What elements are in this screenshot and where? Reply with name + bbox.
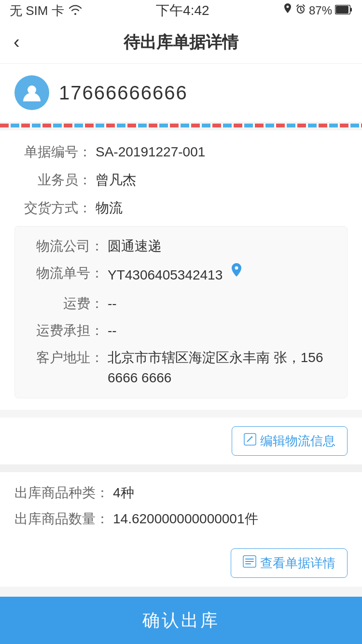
avatar <box>14 75 49 110</box>
freight-label: 运费： <box>27 294 104 314</box>
section-divider <box>0 464 362 472</box>
goods-section: 出库商品种类： 4种 出库商品数量： 14.620000000000001件 <box>0 472 362 540</box>
address-row: 客户地址： 北京市市辖区海淀区永丰南 张，156 6666 6666 <box>27 348 335 388</box>
logistics-company-row: 物流公司： 圆通速递 <box>27 236 335 256</box>
status-left: 无 SIM 卡 <box>10 2 83 19</box>
user-header: 17666666666 <box>0 64 362 122</box>
edit-logistics-section: 编辑物流信息 <box>0 418 362 464</box>
confirm-bar[interactable]: 确认出库 <box>0 597 362 644</box>
alarm-icon <box>295 3 306 18</box>
address-label: 客户地址： <box>27 348 104 368</box>
goods-quantity-value: 14.620000000000001件 <box>113 510 258 528</box>
confirm-button-label: 确认出库 <box>142 609 220 632</box>
nav-bar: ‹ 待出库单据详情 <box>0 21 362 64</box>
page-title: 待出库单据详情 <box>124 31 238 54</box>
tracking-number-label: 物流单号： <box>27 263 104 283</box>
status-bar: 无 SIM 卡 下午4:42 87% <box>0 0 362 21</box>
dashed-separator <box>0 124 362 127</box>
edit-icon <box>244 433 256 449</box>
svg-rect-3 <box>336 6 348 14</box>
battery-icon <box>335 4 352 17</box>
tracking-number-value: YT43064053424​13 <box>108 263 335 287</box>
battery-text: 87% <box>309 4 332 17</box>
svg-rect-2 <box>350 8 352 12</box>
logistics-card: 物流公司： 圆通速递 物流单号： YT43064053424​13 运费： --… <box>14 226 348 398</box>
view-details-label: 查看单据详情 <box>260 555 335 572</box>
goods-quantity-row: 出库商品数量： 14.620000000000001件 <box>14 510 348 528</box>
freight-value: -- <box>108 294 335 314</box>
edit-logistics-label: 编辑物流信息 <box>260 433 335 449</box>
logistics-company-value: 圆通速递 <box>108 236 335 256</box>
view-details-button[interactable]: 查看单据详情 <box>231 548 348 578</box>
goods-types-row: 出库商品种类： 4种 <box>14 484 348 502</box>
freight-bearer-row: 运费承担： -- <box>27 321 335 341</box>
freight-bearer-value: -- <box>108 321 335 341</box>
salesperson-value: 曾凡杰 <box>96 170 348 190</box>
wifi-icon <box>68 3 83 18</box>
view-details-section: 查看单据详情 <box>0 540 362 587</box>
freight-bearer-label: 运费承担： <box>27 321 104 341</box>
delivery-method-label: 交货方式： <box>14 198 92 218</box>
address-value: 北京市市辖区海淀区永丰南 张，156 6666 6666 <box>108 348 335 388</box>
goods-quantity-label: 出库商品数量： <box>14 510 109 528</box>
view-details-icon <box>243 555 256 571</box>
status-time: 下午4:42 <box>156 1 209 20</box>
goods-types-label: 出库商品种类： <box>14 484 109 502</box>
location-status-icon <box>283 3 292 18</box>
order-number-row: 单据编号： SA-20191227-001 <box>14 142 348 162</box>
salesperson-label: 业务员： <box>14 170 92 190</box>
tracking-number-row: 物流单号： YT43064053424​13 <box>27 263 335 287</box>
tracking-location-icon[interactable] <box>229 263 244 287</box>
carrier-text: 无 SIM 卡 <box>10 2 64 19</box>
order-number-label: 单据编号： <box>14 142 92 162</box>
edit-logistics-button[interactable]: 编辑物流信息 <box>232 426 348 456</box>
order-info-section: 单据编号： SA-20191227-001 业务员： 曾凡杰 交货方式： 物流 … <box>0 130 362 410</box>
user-phone: 17666666666 <box>59 82 188 104</box>
salesperson-row: 业务员： 曾凡杰 <box>14 170 348 190</box>
order-number-value: SA-20191227-001 <box>96 142 348 162</box>
delivery-method-row: 交货方式： 物流 <box>14 198 348 218</box>
back-button[interactable]: ‹ <box>14 32 20 53</box>
goods-types-value: 4种 <box>113 484 134 502</box>
logistics-company-label: 物流公司： <box>27 236 104 256</box>
status-right: 87% <box>283 3 352 18</box>
freight-row: 运费： -- <box>27 294 335 314</box>
delivery-method-value: 物流 <box>96 198 348 218</box>
